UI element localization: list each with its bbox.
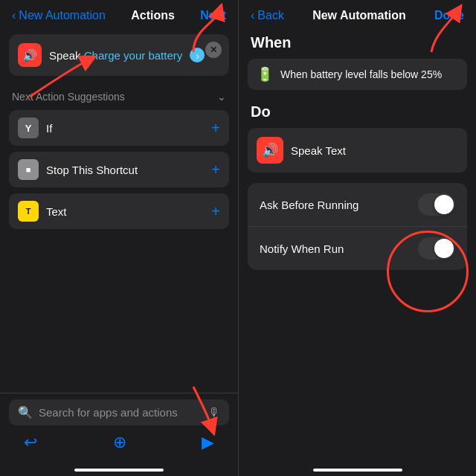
close-action-button[interactable]: ✕ bbox=[205, 42, 222, 58]
left-nav-title: Actions bbox=[131, 9, 175, 22]
when-item[interactable]: 🔋 When battery level falls below 25% bbox=[248, 59, 467, 90]
bottom-section: 🔍 Search for apps and actions 🎙 ↩ ⊕ ▶ bbox=[0, 393, 238, 466]
ask-before-running-toggle[interactable] bbox=[418, 193, 455, 216]
search-bar[interactable]: 🔍 Search for apps and actions 🎙 bbox=[9, 399, 229, 425]
battery-icon: 🔋 bbox=[257, 66, 273, 83]
when-title: When bbox=[239, 28, 476, 54]
right-panel: ‹ Back New Automation Done When 🔋 When b… bbox=[238, 0, 476, 476]
ask-before-running-row[interactable]: Ask Before Running bbox=[248, 183, 467, 226]
search-icon: 🔍 bbox=[18, 405, 33, 419]
left-nav-bar: ‹ New Automation Actions Next bbox=[0, 0, 238, 28]
text-icon: T bbox=[18, 201, 39, 222]
suggestion-stop-label: Stop This Shortcut bbox=[46, 164, 211, 176]
action-card[interactable]: 🔊 Speak Charge your battery › ✕ bbox=[9, 34, 229, 76]
undo-button[interactable]: ↩ bbox=[24, 433, 37, 452]
home-indicator bbox=[74, 469, 164, 472]
do-title: Do bbox=[239, 94, 476, 123]
suggestions-header: Next Action Suggestions ⌄ bbox=[0, 82, 238, 107]
suggestion-if-label: If bbox=[46, 122, 211, 135]
speaker-emoji: 🔊 bbox=[22, 48, 37, 62]
do-speak-icon: 🔊 bbox=[257, 137, 283, 164]
when-text: When battery level falls below 25% bbox=[280, 68, 442, 80]
suggestion-stop-shortcut[interactable]: ■ Stop This Shortcut + bbox=[9, 152, 229, 187]
action-content: Speak Charge your battery › bbox=[49, 48, 220, 62]
notify-when-run-toggle[interactable] bbox=[418, 237, 455, 260]
action-text-link[interactable]: Charge your battery bbox=[84, 49, 183, 62]
action-text-speak: Speak Charge your battery › bbox=[49, 49, 205, 62]
notify-when-run-row[interactable]: Notify When Run bbox=[248, 226, 467, 270]
next-button[interactable]: Next bbox=[200, 9, 226, 22]
stop-shortcut-icon: ■ bbox=[18, 159, 39, 180]
settings-section: Ask Before Running Notify When Run bbox=[248, 183, 467, 270]
if-icon: Y bbox=[18, 118, 39, 138]
mic-icon[interactable]: 🎙 bbox=[208, 406, 220, 419]
search-placeholder: Search for apps and actions bbox=[39, 406, 202, 419]
right-back-button[interactable]: ‹ Back bbox=[251, 9, 284, 22]
chevron-down-icon[interactable]: ⌄ bbox=[217, 91, 226, 103]
do-item[interactable]: 🔊 Speak Text bbox=[248, 128, 467, 173]
add-if-button[interactable]: + bbox=[211, 120, 220, 137]
bottom-toolbar: ↩ ⊕ ▶ bbox=[9, 425, 229, 460]
suggestion-if[interactable]: Y If + bbox=[9, 110, 229, 146]
speak-icon: 🔊 bbox=[18, 43, 42, 67]
left-panel: ‹ New Automation Actions Next 🔊 Speak Ch… bbox=[0, 0, 238, 476]
add-button[interactable]: ⊕ bbox=[113, 433, 126, 452]
ask-before-running-label: Ask Before Running bbox=[260, 199, 358, 211]
play-button[interactable]: ▶ bbox=[202, 433, 214, 452]
suggestions-title: Next Action Suggestions bbox=[12, 91, 125, 103]
chevron-left-icon: ‹ bbox=[12, 9, 16, 22]
right-nav-bar: ‹ Back New Automation Done bbox=[239, 0, 476, 28]
notify-when-run-label: Notify When Run bbox=[260, 242, 344, 255]
toggle-knob-notify bbox=[434, 239, 454, 258]
toggle-knob-ask bbox=[434, 195, 454, 214]
do-label: Speak Text bbox=[291, 144, 346, 157]
right-home-indicator bbox=[313, 469, 402, 472]
back-button[interactable]: ‹ New Automation bbox=[12, 9, 106, 22]
done-button[interactable]: Done bbox=[434, 9, 464, 22]
action-arrow-badge: › bbox=[190, 48, 205, 62]
suggestion-text-label: Text bbox=[46, 205, 211, 218]
right-nav-title: New Automation bbox=[312, 9, 406, 22]
right-chevron-icon: ‹ bbox=[251, 9, 254, 22]
suggestion-text[interactable]: T Text + bbox=[9, 193, 229, 229]
add-text-button[interactable]: + bbox=[211, 203, 220, 220]
add-stop-button[interactable]: + bbox=[211, 161, 220, 178]
